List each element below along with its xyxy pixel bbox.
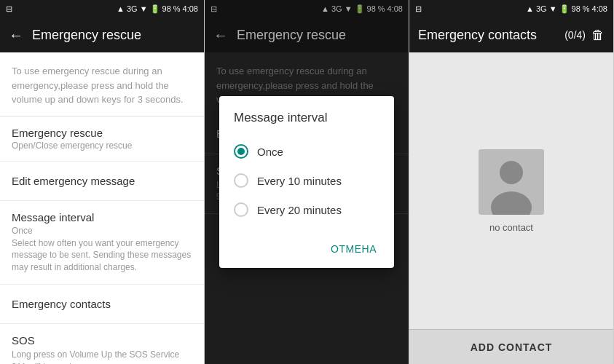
panel-emergency-rescue-2: ⊟ ▲ 3G ▼ 🔋 98% 4:08 ← Emergency rescue T… — [205, 0, 409, 364]
emergency-rescue-toggle-item[interactable]: Emergency rescue Open/Close emergency re… — [0, 116, 204, 162]
add-contact-label: ADD CONTACT — [471, 341, 553, 353]
sos-item[interactable]: SOS Long press on Volume Up the SOS Serv… — [0, 324, 204, 364]
option-20min-label: Every 20 minutes — [257, 204, 342, 216]
notification-icon-3: ⊟ — [415, 4, 422, 14]
modal-overlay: Message interval Once Every 10 minutes E… — [205, 0, 409, 364]
message-interval-modal: Message interval Once Every 10 minutes E… — [219, 96, 394, 268]
status-bar-3: ⊟ ▲ 3G ▼ 🔋 98% 4:08 — [409, 0, 613, 17]
contacts-toolbar: Emergency contacts (0/4) 🗑 — [409, 17, 613, 52]
edit-message-title: Edit emergency message — [12, 175, 192, 187]
message-interval-value: Once — [12, 226, 192, 236]
signal-icon: ▲ — [117, 4, 125, 13]
battery-icon: 🔋 — [150, 4, 160, 14]
radio-once[interactable] — [234, 144, 248, 159]
time-display-3: 4:08 — [592, 4, 607, 13]
panel-contacts: ⊟ ▲ 3G ▼ 🔋 98% 4:08 Emergency contacts (… — [409, 0, 614, 364]
emergency-rescue-subtitle: Open/Close emergency rescue — [12, 141, 192, 151]
avatar-placeholder — [479, 149, 544, 215]
modal-option-10min[interactable]: Every 10 minutes — [219, 166, 394, 195]
modal-cancel-button[interactable]: OTMEHA — [325, 239, 382, 259]
modal-option-20min[interactable]: Every 20 minutes — [219, 195, 394, 224]
status-right-1: ▲ 3G ▼ 🔋 98% 4:08 — [117, 4, 198, 14]
contacts-body: no contact — [409, 52, 613, 329]
message-interval-desc: Select how often you want your emergency… — [12, 237, 192, 274]
toolbar-1: ← Emergency rescue — [0, 17, 204, 52]
radio-20min[interactable] — [234, 202, 248, 217]
modal-option-once[interactable]: Once — [219, 137, 394, 166]
svg-point-1 — [500, 161, 523, 184]
status-bar-1: ⊟ ▲ 3G ▼ 🔋 98% 4:08 — [0, 0, 204, 17]
modal-actions: OTMEHA — [219, 230, 394, 268]
wifi-icon: ▼ — [140, 4, 148, 13]
emergency-contacts-title: Emergency contacts — [12, 298, 192, 310]
option-10min-label: Every 10 minutes — [257, 175, 342, 187]
status-left-3: ⊟ — [415, 4, 422, 14]
sos-desc: Long press on Volume Up the SOS Service … — [12, 349, 192, 364]
battery-icon-3: 🔋 — [559, 4, 570, 14]
contacts-title: Emergency contacts — [418, 28, 537, 43]
time-display-1: 4:08 — [183, 4, 198, 13]
message-interval-title: Message interval — [12, 211, 192, 223]
network-type-3: 3G — [536, 4, 547, 13]
network-type: 3G — [127, 4, 138, 13]
emergency-contacts-item[interactable]: Emergency contacts — [0, 285, 204, 324]
back-button-1[interactable]: ← — [9, 27, 23, 44]
battery-level-3: 98 — [572, 4, 580, 13]
no-contact-label: no contact — [489, 222, 533, 233]
page-title-1: Emergency rescue — [32, 28, 141, 43]
panel-emergency-rescue-1: ⊟ ▲ 3G ▼ 🔋 98% 4:08 ← Emergency rescue T… — [0, 0, 205, 364]
modal-title: Message interval — [219, 111, 394, 137]
status-left-1: ⊟ — [6, 4, 12, 14]
status-right-3: ▲ 3G ▼ 🔋 98% 4:08 — [526, 4, 607, 14]
radio-10min[interactable] — [234, 173, 248, 188]
radio-inner-once — [237, 148, 245, 155]
add-contact-button[interactable]: ADD CONTACT — [409, 329, 613, 364]
description-text-1: To use emergency rescue during an emerge… — [0, 52, 204, 116]
message-interval-item[interactable]: Message interval Once Select how often y… — [0, 201, 204, 285]
battery-level: 98 — [162, 4, 171, 13]
sos-title: SOS — [12, 334, 192, 347]
contacts-count: (0/4) — [564, 29, 586, 41]
avatar-icon — [479, 149, 544, 215]
content-1: To use emergency rescue during an emerge… — [0, 52, 204, 364]
option-once-label: Once — [257, 146, 283, 158]
emergency-rescue-title: Emergency rescue — [12, 127, 192, 139]
edit-message-item[interactable]: Edit emergency message — [0, 162, 204, 201]
delete-icon[interactable]: 🗑 — [591, 28, 605, 43]
signal-icon-3: ▲ — [526, 4, 534, 13]
notification-icon: ⊟ — [6, 4, 12, 14]
wifi-icon-3: ▼ — [549, 4, 557, 13]
